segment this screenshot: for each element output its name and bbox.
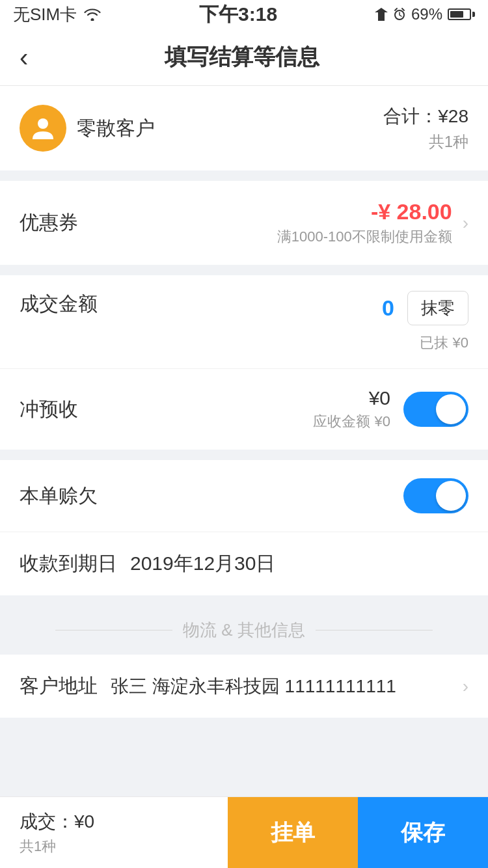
prepayment-toggle[interactable] xyxy=(403,392,468,427)
address-label: 客户地址 xyxy=(20,673,98,699)
divider-label: 物流 & 其他信息 xyxy=(0,619,488,642)
toggle-knob xyxy=(436,394,466,424)
debit-toggle[interactable] xyxy=(403,478,468,513)
avatar xyxy=(20,105,66,152)
duedate-content: 收款到期日 2019年12月30日 xyxy=(20,550,468,577)
divider-line-right xyxy=(316,630,433,631)
status-time: 下午3:18 xyxy=(199,1,277,28)
battery-icon xyxy=(448,8,475,20)
duedate-label: 收款到期日 xyxy=(20,550,117,577)
hang-button[interactable]: 挂单 xyxy=(228,797,358,868)
transaction-row: 成交金额 0 抹零 已抹 ¥0 xyxy=(0,275,488,369)
person-icon xyxy=(29,115,57,142)
wifi-icon xyxy=(83,8,102,21)
customer-name: 零散客户 xyxy=(77,115,155,142)
total-count: 共1种 xyxy=(383,131,468,152)
address-chevron-icon: › xyxy=(463,676,468,697)
prepayment-sub: 应收金额 ¥0 xyxy=(313,412,390,431)
prepayment-row: 冲预收 ¥0 应收金额 ¥0 xyxy=(0,369,488,450)
bottom-transaction-label: 成交： xyxy=(20,811,74,832)
address-section[interactable]: 客户地址 张三 海淀永丰科技园 11111111111 › xyxy=(0,655,488,718)
status-bar: 无SIM卡 下午3:18 69% xyxy=(0,0,488,29)
transaction-section: 成交金额 0 抹零 已抹 ¥0 冲预收 ¥0 应收金额 ¥0 xyxy=(0,275,488,450)
bottom-count: 共1种 xyxy=(20,837,208,856)
debit-toggle-knob xyxy=(436,481,466,511)
customer-right: 合计：¥28 共1种 xyxy=(383,104,468,152)
divider-section: 物流 & 其他信息 xyxy=(0,606,488,655)
customer-left: 零散客户 xyxy=(20,105,155,152)
prepayment-values: ¥0 应收金额 ¥0 xyxy=(313,387,390,431)
content: 零散客户 合计：¥28 共1种 优惠券 -¥ 28.00 满1000-100不限… xyxy=(0,86,488,868)
coupon-right: -¥ 28.00 满1000-100不限制使用金额 › xyxy=(98,199,468,247)
svg-point-1 xyxy=(38,118,48,129)
debit-section: 本单赊欠 收款到期日 2019年12月30日 xyxy=(0,460,488,595)
coupon-desc: 满1000-100不限制使用金额 xyxy=(277,227,452,247)
prepayment-label: 冲预收 xyxy=(20,396,98,423)
prepayment-main: ¥0 xyxy=(313,387,390,409)
transaction-label: 成交金额 xyxy=(20,291,98,318)
status-right: 69% xyxy=(375,5,475,23)
bottom-bar: 成交：¥0 共1种 挂单 保存 xyxy=(0,796,488,868)
transaction-value[interactable]: 0 xyxy=(368,295,394,321)
bottom-transaction-value: ¥0 xyxy=(74,811,94,832)
address-value: 张三 海淀永丰科技园 11111111111 xyxy=(111,674,450,699)
battery-percent: 69% xyxy=(411,5,442,23)
nav-bar: ‹ 填写结算等信息 xyxy=(0,29,488,86)
bottom-info: 成交：¥0 共1种 xyxy=(0,797,228,868)
coupon-label: 优惠券 xyxy=(20,210,98,236)
transaction-sub: 已抹 ¥0 xyxy=(420,333,468,353)
coupon-row[interactable]: 优惠券 -¥ 28.00 满1000-100不限制使用金额 › xyxy=(0,181,488,265)
debit-row: 本单赊欠 xyxy=(0,460,488,532)
duedate-row: 收款到期日 2019年12月30日 xyxy=(0,532,488,595)
customer-section: 零散客户 合计：¥28 共1种 xyxy=(0,86,488,170)
duedate-value[interactable]: 2019年12月30日 xyxy=(130,550,275,577)
alarm-icon xyxy=(393,8,406,21)
back-button[interactable]: ‹ xyxy=(20,44,28,70)
coupon-chevron-icon: › xyxy=(463,213,468,234)
page-title: 填写结算等信息 xyxy=(41,42,442,72)
save-button[interactable]: 保存 xyxy=(358,797,488,868)
carrier-text: 无SIM卡 xyxy=(13,3,77,26)
coupon-value-block: -¥ 28.00 满1000-100不限制使用金额 xyxy=(277,199,452,247)
bottom-transaction: 成交：¥0 xyxy=(20,809,208,834)
total-amount: 合计：¥28 xyxy=(383,104,468,129)
coupon-discount: -¥ 28.00 xyxy=(277,199,452,224)
coupon-section: 优惠券 -¥ 28.00 满1000-100不限制使用金额 › xyxy=(0,181,488,265)
location-icon xyxy=(375,8,388,21)
divider-line-left xyxy=(55,630,172,631)
status-left: 无SIM卡 xyxy=(13,3,102,26)
round-button[interactable]: 抹零 xyxy=(407,291,468,325)
debit-label: 本单赊欠 xyxy=(20,483,98,509)
